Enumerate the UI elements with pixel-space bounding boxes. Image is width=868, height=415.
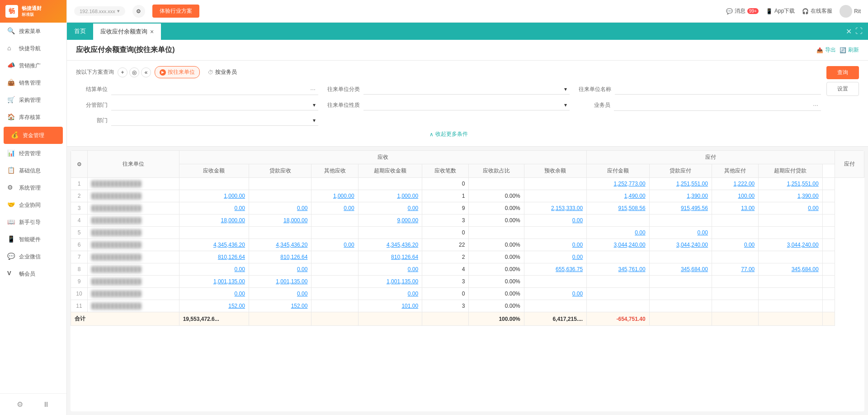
sidebar-item-inventory[interactable]: 🏠 库存核算 — [0, 109, 66, 126]
filter-row-dept-manager: 分管部门 ▾ — [76, 100, 318, 111]
sidebar-item-basic[interactable]: 📋 基础信息 — [0, 162, 66, 179]
total-row: 合计 19,553,472.6... 100.00% 6,417,215....… — [71, 312, 864, 326]
row-ar-loan: 4,345,436.20 — [249, 239, 311, 251]
sidebar-item-hardware[interactable]: 📱 智能硬件 — [0, 231, 66, 248]
total-advance: 6,417,215.... — [524, 312, 586, 326]
industry-solution-btn[interactable]: 体验行业方案 — [152, 5, 199, 18]
row-num: 5 — [71, 227, 88, 239]
query-btn[interactable]: 查询 — [826, 66, 859, 79]
total-label: 合计 — [71, 312, 179, 326]
row-ap-loan — [649, 251, 712, 263]
main-content: 应收应付余额查询(按往来单位) 📤 导出 🔄 刷新 按以下方案查询 + ◎ — [67, 40, 868, 415]
row-ap-loan: 0.00 — [649, 227, 712, 239]
row-ar-ratio — [469, 178, 524, 190]
row-ar-other: 0.00 — [311, 202, 358, 215]
sidebar-item-marketing[interactable]: 📣 营销推广 — [0, 57, 66, 74]
tab-close-btn[interactable]: × — [150, 28, 154, 35]
sidebar-item-enterprise[interactable]: 🤝 企业协同 — [0, 196, 66, 214]
tab-ar-ap[interactable]: 应收应付余额查询 × — [93, 23, 161, 40]
sidebar-item-wechat[interactable]: 💬 企业微信 — [0, 248, 66, 265]
row-ar-ratio — [469, 227, 524, 239]
sidebar-item-guide[interactable]: 📖 新手引导 — [0, 214, 66, 231]
sidebar-settings-btn[interactable]: ⚙ — [17, 400, 23, 409]
settlement-unit-input[interactable]: ··· — [111, 84, 318, 95]
scheme-by-salesman[interactable]: ⏱ 按业务员 — [203, 67, 241, 78]
refresh-btn[interactable]: 🔄 刷新 — [840, 46, 859, 54]
sidebar-item-search-menu[interactable]: 🔍 搜索菜单 — [0, 23, 66, 40]
row-ap-other: 1,222.00 — [712, 178, 758, 190]
sidebar-item-operations[interactable]: 📊 经营管理 — [0, 145, 66, 162]
th-settings[interactable]: ⚙ — [71, 151, 88, 178]
row-ar: 0.00 — [179, 263, 249, 276]
online-service-btn[interactable]: 🎧 在线客服 — [802, 7, 832, 15]
sidebar-item-quick-nav[interactable]: ⌂ 快捷导航 — [0, 40, 66, 57]
sidebar-collapse-btn[interactable]: ⏸ — [42, 401, 50, 409]
user-profile[interactable]: Rit — [840, 5, 861, 18]
back-scheme-btn[interactable]: « — [141, 67, 151, 77]
export-btn[interactable]: 📤 导出 — [816, 46, 836, 54]
app-download-btn[interactable]: 📱 App下载 — [766, 7, 795, 15]
tab-expand-btn[interactable]: ⛶ — [855, 27, 863, 35]
row-ar-count: 9 — [422, 202, 469, 215]
set-btn[interactable]: 设置 — [826, 82, 859, 96]
sidebar-item-member[interactable]: V 畅会员 — [0, 265, 66, 282]
row-advance: 0.00 — [524, 288, 586, 300]
add-scheme-btn[interactable]: + — [118, 67, 127, 77]
row-ap-overdue — [759, 251, 822, 263]
row-ap-overdue: 1,251,551.00 — [759, 178, 822, 190]
user-avatar — [840, 5, 852, 18]
target-scheme-btn[interactable]: ◎ — [129, 67, 139, 77]
row-partner-name: █████████████ — [88, 215, 179, 227]
sidebar-item-purchase[interactable]: 🛒 采购管理 — [0, 91, 66, 109]
partner-category-select[interactable]: ▾ — [363, 84, 570, 95]
message-btn[interactable]: 💬 消息 99+ — [726, 7, 759, 15]
page-title: 应收应付余额查询(按往来单位) — [76, 45, 175, 55]
scheme-by-unit[interactable]: ▶ 按往来单位 — [155, 66, 200, 78]
table-area: ⚙ 往来单位 应收 应付 应付 应收金额 贷款应收 其他应收 超期应收金额 应收… — [71, 150, 864, 411]
sidebar-item-sales[interactable]: 👜 销售管理 — [0, 74, 66, 91]
filter-collapse-btn[interactable]: ∧ 收起更多条件 — [76, 128, 821, 141]
dept-manager-select[interactable]: ▾ — [111, 100, 318, 110]
th-ap-loan: 贷款应付 — [649, 164, 712, 178]
total-ar-ratio: 100.00% — [469, 312, 524, 326]
row-ap — [587, 300, 649, 312]
partner-name-input[interactable] — [615, 84, 821, 95]
filter-buttons: 查询 设置 — [826, 66, 859, 141]
settlement-unit-label: 结算单位 — [76, 86, 108, 93]
tab-close-window-btn[interactable]: ✕ — [846, 27, 852, 36]
topbar-gear-btn[interactable]: ⚙ — [132, 5, 145, 18]
tabbar-right: ✕ ⛶ — [846, 27, 868, 36]
row-ar-overdue: 1,001,135.00 — [358, 276, 422, 288]
row-ap-other — [712, 276, 758, 288]
partner-nature-select[interactable]: ▾ — [363, 100, 570, 110]
scheme-dot-icon: ▶ — [160, 69, 166, 76]
salesman-input[interactable]: ··· — [614, 100, 821, 111]
row-ap: 3,044,240.00 — [587, 239, 649, 251]
row-advance — [524, 300, 586, 312]
th-partner: 往来单位 — [88, 151, 179, 178]
row-ar-ratio: 0.00% — [469, 215, 524, 227]
row-ar-loan: 0.00 — [249, 202, 311, 215]
row-ar-count: 3 — [422, 300, 469, 312]
row-ap-other: 77.00 — [712, 263, 758, 276]
row-ap2 — [822, 239, 835, 251]
chevron-down-icon: ▾ — [564, 86, 567, 92]
row-partner-name: █████████████ — [88, 288, 179, 300]
sidebar-item-finance[interactable]: 💰 资金管理 — [4, 127, 63, 144]
sidebar-item-system[interactable]: ⚙ 系统管理 — [0, 179, 66, 196]
dept-select[interactable]: ▾ — [111, 115, 318, 126]
row-ap-loan — [649, 288, 712, 300]
tab-home[interactable]: 首页 — [67, 23, 93, 40]
row-ap: 345,761.00 — [587, 263, 649, 276]
row-ar-overdue: 101.00 — [358, 300, 422, 312]
table-row: 5█████████████00.000.00 — [71, 227, 864, 239]
row-ar-count: 0 — [422, 288, 469, 300]
row-ar-ratio: 0.00% — [469, 239, 524, 251]
row-ap-other: 100.00 — [712, 190, 758, 202]
row-advance — [524, 178, 586, 190]
row-ar: 810,126.64 — [179, 251, 249, 263]
row-partner-name: █████████████ — [88, 202, 179, 215]
row-ar — [179, 227, 249, 239]
clock-icon: ⏱ — [208, 69, 213, 76]
th-ar-amount: 应收金额 — [179, 164, 249, 178]
